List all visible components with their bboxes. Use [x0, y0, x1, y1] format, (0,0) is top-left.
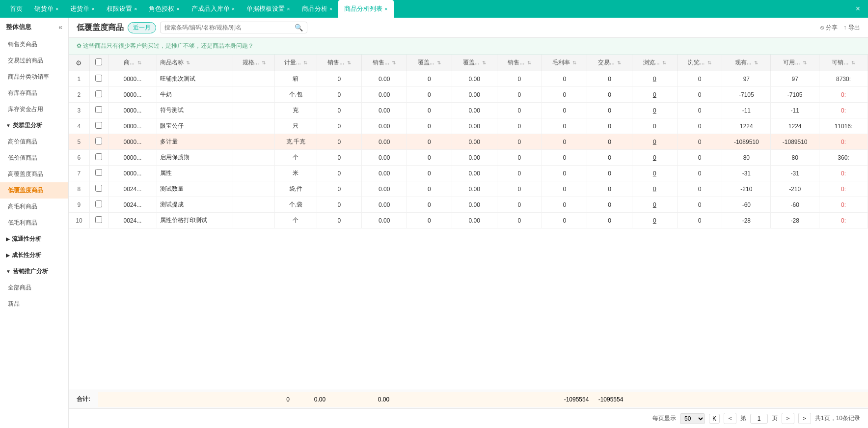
sidebar-group-cluster-analysis[interactable]: ▼ 类群里分析 [0, 117, 68, 134]
row-checkbox-cell[interactable] [89, 118, 108, 134]
sidebar-item-stock-capital[interactable]: 库存资金占用 [0, 101, 68, 117]
row-checkbox[interactable] [95, 153, 102, 160]
group-arrow-marketing: ▼ [6, 269, 11, 274]
search-input[interactable] [164, 24, 295, 31]
col-gross-margin[interactable]: 毛利率 ⇅ [542, 55, 587, 71]
col-sales-amt[interactable]: 销售... ⇅ [362, 55, 407, 71]
sidebar-item-high-coverage[interactable]: 高覆盖度商品 [0, 166, 68, 182]
row-checkbox[interactable] [95, 185, 102, 192]
nav-sales-order[interactable]: 销货单 × [28, 0, 64, 18]
row-checkbox[interactable] [95, 90, 102, 97]
row-checkbox-cell[interactable] [89, 181, 108, 197]
col-browse1[interactable]: 浏览... ⇅ [632, 55, 677, 71]
nav-close-finished-goods[interactable]: × [232, 6, 235, 12]
sidebar-item-stocked-goods[interactable]: 有库存商品 [0, 85, 68, 101]
sidebar-item-low-value[interactable]: 低价值商品 [0, 150, 68, 166]
last-page-button[interactable]: ＞ [798, 413, 811, 424]
row-browse1[interactable]: 0 [632, 103, 677, 118]
col-name[interactable]: 商品名称 ⇅ [157, 55, 233, 71]
col-unit[interactable]: 计量... ⇅ [275, 55, 317, 71]
table-container[interactable]: ⚙ 商... ⇅ 商品名称 ⇅ [69, 55, 868, 390]
row-checkbox[interactable] [95, 200, 102, 207]
export-button[interactable]: ↑ 导出 [843, 24, 860, 32]
nav-role-auth[interactable]: 角色授权 × [143, 0, 185, 18]
select-all-checkbox[interactable] [95, 58, 102, 65]
nav-close-purchase-order[interactable]: × [91, 6, 94, 12]
per-page-select[interactable]: 50 20 100 [680, 413, 705, 424]
sidebar-group-circulation-analysis[interactable]: ▶ 流通性分析 [0, 231, 68, 247]
sidebar-item-high-margin[interactable]: 高毛利商品 [0, 199, 68, 215]
nav-permission[interactable]: 权限设置 × [101, 0, 143, 18]
row-checkbox-cell[interactable] [89, 150, 108, 166]
row-checkbox-cell[interactable] [89, 134, 108, 150]
row-checkbox[interactable] [95, 106, 102, 113]
col-sales-qty[interactable]: 销售... ⇅ [317, 55, 362, 71]
nav-home[interactable]: 首页 [4, 0, 28, 18]
nav-close-product-analysis[interactable]: × [329, 6, 332, 12]
sidebar-item-all-goods[interactable]: 全部商品 [0, 280, 68, 296]
row-checkbox-cell[interactable] [89, 71, 108, 87]
col-cover1[interactable]: 覆盖... ⇅ [407, 55, 452, 71]
row-checkbox-cell[interactable] [89, 87, 108, 103]
col-transaction[interactable]: 交易... ⇅ [587, 55, 632, 71]
row-browse1[interactable]: 0 [632, 71, 677, 87]
page-number-input[interactable] [750, 414, 768, 424]
row-browse1[interactable]: 0 [632, 197, 677, 213]
prev-page-button[interactable]: ＜ [724, 413, 736, 424]
nav-close-template[interactable]: × [287, 6, 290, 12]
col-current[interactable]: 现有... ⇅ [722, 55, 771, 71]
nav-close-role-auth[interactable]: × [176, 6, 179, 12]
row-browse1[interactable]: 0 [632, 134, 677, 150]
col-spec[interactable]: 规格... ⇅ [233, 55, 275, 71]
sidebar-item-category-sales-rate[interactable]: 商品分类动销率 [0, 69, 68, 85]
nav-finished-goods[interactable]: 产成品入库单 × [186, 0, 241, 18]
share-button[interactable]: ⎋ 分享 [820, 24, 838, 32]
search-icon[interactable]: 🔍 [295, 24, 303, 31]
col-cover2[interactable]: 覆盖... ⇅ [452, 55, 497, 71]
row-checkbox[interactable] [95, 122, 102, 129]
nav-product-analysis-list[interactable]: 商品分析列表 × [338, 0, 393, 18]
row-checkbox[interactable] [95, 75, 102, 82]
sidebar-item-traded-goods[interactable]: 交易过的商品 [0, 53, 68, 69]
nav-template[interactable]: 单据模板设置 × [241, 0, 296, 18]
nav-product-analysis[interactable]: 商品分析 × [296, 0, 338, 18]
row-browse1[interactable]: 0 [632, 181, 677, 197]
row-browse1[interactable]: 0 [632, 213, 677, 228]
row-browse1[interactable]: 0 [632, 150, 677, 166]
row-checkbox-cell[interactable] [89, 103, 108, 118]
sidebar-item-sales-goods[interactable]: 销售类商品 [0, 36, 68, 53]
sidebar-item-low-coverage[interactable]: 低覆盖度商品 [0, 182, 68, 199]
settings-icon[interactable]: ⚙ [76, 59, 82, 67]
sidebar-item-low-margin[interactable]: 低毛利商品 [0, 215, 68, 231]
sidebar-group-growth-analysis[interactable]: ▶ 成长性分析 [0, 247, 68, 263]
row-checkbox[interactable] [95, 138, 102, 144]
first-page-button[interactable]: K [709, 414, 720, 424]
nav-close-product-analysis-list[interactable]: × [384, 6, 387, 12]
period-button[interactable]: 近一月 [128, 22, 156, 33]
row-checkbox-cell[interactable] [89, 166, 108, 181]
row-checkbox[interactable] [95, 216, 102, 223]
col-checkbox[interactable] [89, 55, 108, 71]
sidebar-group-marketing-analysis[interactable]: ▼ 营销推广分析 [0, 263, 68, 280]
col-browse2[interactable]: 浏览... ⇅ [677, 55, 722, 71]
row-checkbox-cell[interactable] [89, 197, 108, 213]
row-checkbox[interactable] [95, 169, 102, 176]
next-page-button[interactable]: ＞ [782, 413, 794, 424]
col-code[interactable]: 商... ⇅ [108, 55, 157, 71]
nav-close-permission[interactable]: × [134, 6, 137, 12]
nav-close-sales-order[interactable]: × [55, 6, 58, 12]
col-sales2[interactable]: 销售... ⇅ [497, 55, 542, 71]
sidebar-item-high-value[interactable]: 高价值商品 [0, 134, 68, 150]
row-current: -28 [722, 213, 771, 228]
window-close-button[interactable]: × [852, 4, 864, 13]
col-settings[interactable]: ⚙ [69, 55, 89, 71]
row-browse1[interactable]: 0 [632, 166, 677, 181]
nav-purchase-order[interactable]: 进货单 × [64, 0, 100, 18]
col-sellable[interactable]: 可销... ⇅ [819, 55, 868, 71]
sidebar-item-new-goods[interactable]: 新品 [0, 296, 68, 312]
sidebar-collapse-button[interactable]: « [58, 23, 62, 31]
row-browse1[interactable]: 0 [632, 87, 677, 103]
col-available[interactable]: 可用... ⇅ [771, 55, 819, 71]
row-checkbox-cell[interactable] [89, 213, 108, 228]
row-browse1[interactable]: 0 [632, 118, 677, 134]
